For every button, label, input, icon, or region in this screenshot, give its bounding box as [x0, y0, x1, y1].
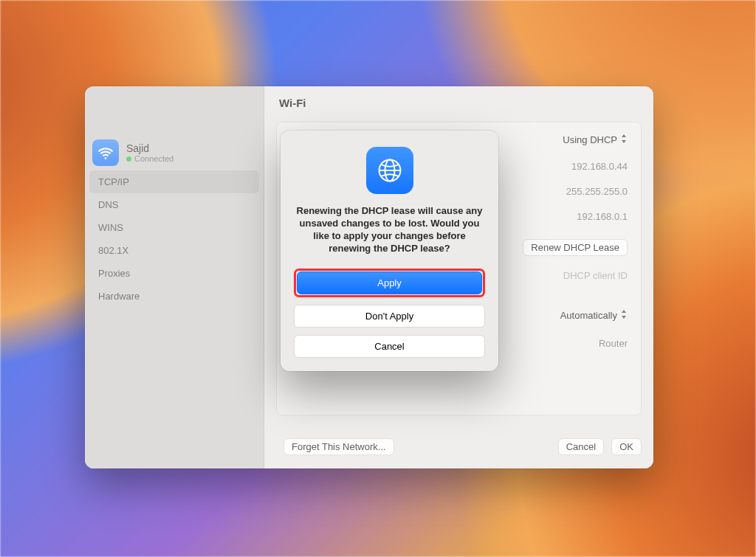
sidebar-item-wins[interactable]: WINS — [85, 216, 264, 239]
dont-apply-button[interactable]: Don't Apply — [294, 305, 485, 328]
confirm-dialog: Renewing the DHCP lease will cause any u… — [281, 131, 498, 371]
apply-button[interactable]: Apply — [297, 271, 482, 294]
bottom-bar: Forget This Network... Cancel OK — [276, 438, 642, 455]
globe-icon — [366, 147, 413, 194]
subnet-mask-value: 255.255.255.0 — [566, 186, 628, 197]
ok-button[interactable]: OK — [611, 438, 642, 455]
highlight-annotation: Apply — [294, 269, 485, 297]
sidebar-list: TCP/IP DNS WINS 802.1X Proxies Hardware — [85, 170, 264, 308]
configure-ipv6-value[interactable]: Automatically — [560, 310, 628, 321]
dialog-message: Renewing the DHCP lease will cause any u… — [295, 204, 484, 255]
cancel-button[interactable]: Cancel — [558, 438, 604, 455]
sidebar-item-proxies[interactable]: Proxies — [85, 262, 264, 285]
renew-dhcp-button[interactable]: Renew DHCP Lease — [523, 239, 628, 256]
wifi-icon — [92, 139, 119, 166]
ip-address-value: 192.168.0.44 — [571, 161, 628, 172]
sidebar-item-tcpip[interactable]: TCP/IP — [89, 170, 259, 193]
sidebar-item-hardware[interactable]: Hardware — [85, 285, 264, 308]
sidebar-item-dns[interactable]: DNS — [85, 193, 264, 216]
router-value: 192.168.0.1 — [577, 211, 628, 222]
network-status-text: Connected — [134, 154, 173, 163]
configure-ipv4-value[interactable]: Using DHCP — [563, 134, 628, 145]
sidebar-item-8021x[interactable]: 802.1X — [85, 239, 264, 262]
forget-network-button[interactable]: Forget This Network... — [284, 438, 394, 455]
ipv6-router-label: Router — [599, 338, 628, 349]
status-dot-icon — [126, 156, 131, 162]
dhcp-client-id-field[interactable]: DHCP client ID — [563, 270, 628, 281]
dialog-cancel-button[interactable]: Cancel — [294, 335, 485, 358]
network-name: Sajid — [126, 142, 173, 154]
sidebar: Sajid Connected TCP/IP DNS WINS 802.1X P… — [85, 86, 264, 468]
network-status: Connected — [126, 154, 173, 163]
page-title: Wi-Fi — [279, 97, 306, 109]
chevron-updown-icon — [620, 134, 628, 143]
chevron-updown-icon — [620, 310, 628, 319]
sidebar-network-header: Sajid Connected — [92, 139, 256, 166]
